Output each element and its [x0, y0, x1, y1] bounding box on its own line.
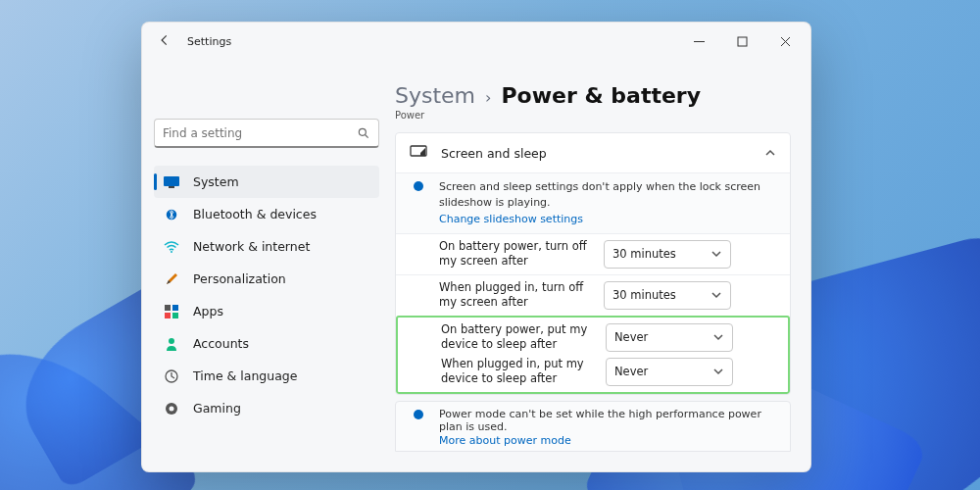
section-label-cut: Power — [395, 110, 791, 121]
info-icon — [414, 181, 423, 191]
power-mode-text: Power mode can't be set while the high p… — [439, 408, 761, 433]
row-label: On battery power, put my device to sleep… — [441, 322, 606, 353]
svg-rect-9 — [172, 313, 178, 318]
maximize-button[interactable] — [720, 26, 763, 56]
setting-row: When plugged in, turn off my screen afte… — [396, 274, 790, 316]
card-title: Screen and sleep — [441, 146, 764, 161]
info-text: Screen and sleep settings don't apply wh… — [439, 180, 760, 209]
chevron-right-icon: › — [485, 88, 491, 107]
person-icon — [164, 336, 179, 352]
chevron-down-icon — [710, 248, 722, 260]
power-mode-link[interactable]: More about power mode — [439, 434, 776, 447]
back-button[interactable] — [156, 33, 173, 50]
svg-rect-7 — [172, 305, 178, 311]
svg-point-1 — [359, 128, 366, 135]
search-input[interactable] — [154, 119, 379, 148]
setting-row: On battery power, put my device to sleep… — [402, 320, 784, 355]
breadcrumb: System › Power & battery — [395, 83, 791, 108]
change-slideshow-link[interactable]: Change slideshow settings — [439, 212, 583, 227]
dropdown-value: Never — [614, 330, 712, 344]
nav: System Bluetooth & devices Network & int… — [154, 166, 379, 424]
dropdown-value: Never — [614, 365, 712, 378]
sidebar-item-label: Time & language — [193, 368, 297, 383]
svg-rect-6 — [165, 305, 171, 311]
settings-window: Settings System Bluetooth & devices — [141, 22, 811, 472]
power-mode-info: Power mode can't be set while the high p… — [395, 401, 791, 452]
svg-rect-3 — [169, 186, 174, 188]
gaming-icon — [164, 401, 179, 416]
svg-rect-2 — [164, 176, 179, 186]
sidebar-item-personalization[interactable]: Personalization — [154, 263, 379, 295]
svg-point-13 — [170, 406, 174, 411]
sidebar-item-label: Gaming — [193, 401, 241, 416]
sidebar-item-label: Network & internet — [193, 239, 310, 254]
svg-point-5 — [171, 251, 172, 253]
sidebar-item-label: Apps — [193, 304, 223, 318]
sleep-battery-dropdown[interactable]: Never — [606, 323, 733, 352]
sidebar-item-label: Accounts — [193, 336, 249, 351]
sidebar-item-gaming[interactable]: Gaming — [154, 392, 379, 424]
search-field[interactable] — [163, 126, 357, 140]
search-icon — [357, 126, 370, 140]
card-header[interactable]: Screen and sleep — [396, 133, 790, 172]
info-icon — [414, 410, 423, 419]
row-label: When plugged in, put my device to sleep … — [441, 357, 606, 387]
system-icon — [164, 174, 179, 190]
info-banner: Screen and sleep settings don't apply wh… — [396, 172, 790, 233]
chevron-up-icon — [764, 147, 776, 159]
wifi-icon — [164, 239, 179, 255]
svg-point-10 — [169, 338, 174, 344]
chevron-down-icon — [710, 289, 722, 301]
row-label: When plugged in, turn off my screen afte… — [439, 280, 604, 311]
clock-icon — [164, 368, 179, 384]
sidebar-item-system[interactable]: System — [154, 166, 379, 198]
breadcrumb-parent[interactable]: System — [395, 83, 475, 108]
monitor-icon — [410, 144, 427, 163]
apps-icon — [164, 304, 179, 319]
screen-off-battery-dropdown[interactable]: 30 minutes — [604, 240, 731, 269]
dropdown-value: 30 minutes — [612, 247, 710, 261]
chevron-down-icon — [712, 366, 724, 377]
svg-rect-8 — [165, 313, 171, 318]
page-title: Power & battery — [501, 83, 701, 108]
highlight-annotation: On battery power, put my device to sleep… — [396, 316, 790, 394]
sleep-plugged-dropdown[interactable]: Never — [606, 358, 733, 386]
sidebar-item-network[interactable]: Network & internet — [154, 230, 379, 263]
sidebar-item-label: Bluetooth & devices — [193, 207, 317, 221]
brush-icon — [164, 271, 179, 287]
sidebar-item-label: Personalization — [193, 271, 286, 286]
close-button[interactable] — [763, 26, 807, 56]
row-label: On battery power, turn off my screen aft… — [439, 239, 604, 270]
bluetooth-icon — [164, 207, 179, 222]
sidebar-item-accounts[interactable]: Accounts — [154, 327, 379, 360]
sidebar-item-bluetooth[interactable]: Bluetooth & devices — [154, 198, 379, 230]
screen-and-sleep-card: Screen and sleep Screen and sleep settin… — [395, 132, 791, 395]
setting-row: When plugged in, put my device to sleep … — [402, 355, 784, 389]
sidebar-item-apps[interactable]: Apps — [154, 295, 379, 327]
titlebar: Settings — [142, 23, 810, 60]
sidebar: System Bluetooth & devices Network & int… — [142, 60, 391, 471]
setting-row: On battery power, turn off my screen aft… — [396, 233, 790, 274]
svg-rect-0 — [738, 37, 747, 46]
sidebar-item-time-language[interactable]: Time & language — [154, 360, 379, 392]
window-title: Settings — [187, 35, 231, 48]
dropdown-value: 30 minutes — [612, 288, 710, 302]
content: System › Power & battery Power Screen an… — [391, 60, 810, 471]
screen-off-plugged-dropdown[interactable]: 30 minutes — [604, 281, 731, 310]
chevron-down-icon — [712, 331, 724, 343]
minimize-button[interactable] — [677, 26, 720, 56]
sidebar-item-label: System — [193, 174, 239, 189]
